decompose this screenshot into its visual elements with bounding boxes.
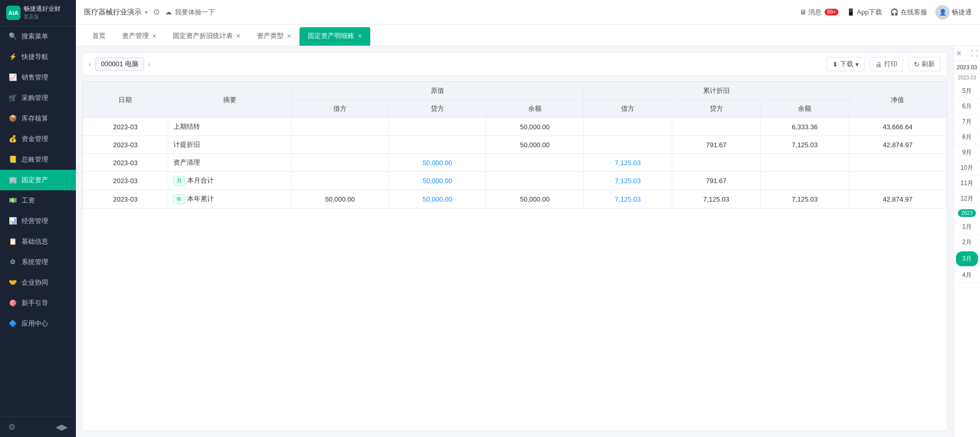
data-table-wrap: 日期 摘要 原值 累计折旧 净值 借方 贷方 余额 借方 贷方 余额	[82, 81, 947, 431]
sidebar-item-inventory[interactable]: 📦 库存核算	[0, 108, 76, 129]
cell-orig-balance: 50,000.00	[486, 136, 584, 154]
main-content: 医疗器械行业演示 ▾ ⚙ ☁ 我要体验一下 🖥 消息 99+ 📱 App下载 🎧…	[76, 0, 980, 437]
sidebar-item-quick-nav[interactable]: ⚡ 快捷导航	[0, 47, 76, 67]
sidebar-item-salary[interactable]: 💵 工资	[0, 190, 76, 211]
cell-acc-credit: 7,125.03	[672, 190, 761, 209]
tab-close-assets[interactable]: ✕	[152, 33, 156, 39]
sidebar-item-fixed-assets[interactable]: 🏢 固定资产	[0, 170, 76, 190]
cooperation-icon: 🤝	[8, 278, 17, 287]
sidebar-item-ledger[interactable]: 📒 总账管理	[0, 149, 76, 170]
month-10月[interactable]: 10月	[954, 161, 980, 176]
panel-close-icon[interactable]: ✕	[956, 49, 962, 57]
tab-close-asset-detail[interactable]: ✕	[357, 33, 362, 39]
sidebar-item-operations[interactable]: 📊 经营管理	[0, 211, 76, 231]
month-8月[interactable]: 8月	[954, 130, 980, 145]
cell-orig-credit	[389, 118, 486, 136]
sidebar-logo: AtA 畅捷通好业财 普及版	[0, 0, 76, 26]
print-icon: 🖨	[875, 61, 882, 68]
refresh-icon: ↻	[914, 61, 919, 68]
sidebar-label-salary: 工资	[22, 196, 35, 205]
messages-icon: 🖥	[799, 8, 806, 16]
tab-label-asset-detail: 固定资产明细账	[308, 31, 354, 41]
nav-prev-icon[interactable]: ‹	[89, 60, 91, 68]
topbar-right: 🖥 消息 99+ 📱 App下载 🎧 在线客服 👤 畅捷通	[799, 5, 972, 19]
messages-btn[interactable]: 🖥 消息 99+	[799, 8, 838, 17]
sidebar-label-quick-nav: 快捷导航	[22, 52, 48, 62]
sidebar-item-cooperation[interactable]: 🤝 企业协同	[0, 272, 76, 293]
cell-orig-balance	[486, 154, 584, 172]
tab-label-assets: 资产管理	[122, 31, 149, 41]
col-summary: 摘要	[168, 82, 291, 118]
cell-orig-credit: 50,000.00	[389, 172, 486, 190]
app-name: 畅捷通好业财	[24, 5, 61, 13]
salary-icon: 💵	[8, 196, 17, 205]
month-9月[interactable]: 9月	[954, 145, 980, 161]
month-6月[interactable]: 6月	[954, 99, 980, 114]
refresh-btn[interactable]: ↻ 刷新	[908, 57, 941, 71]
avatar: 👤	[935, 5, 950, 19]
topbar-gear-icon[interactable]: ⚙	[153, 7, 160, 17]
sidebar-item-guide[interactable]: 🎯 新手引导	[0, 293, 76, 313]
sidebar-label-funds: 资金管理	[22, 134, 48, 144]
tab-close-asset-type[interactable]: ✕	[287, 33, 291, 39]
quick-nav-icon: ⚡	[8, 52, 17, 62]
nav-next-icon[interactable]: ›	[148, 60, 151, 68]
cell-net-value: 42,874.97	[849, 136, 946, 154]
sidebar-label-system: 系统管理	[22, 257, 48, 267]
app-download-icon: 📱	[847, 8, 855, 16]
cell-net-value	[849, 154, 946, 172]
app-edition: 普及版	[24, 13, 61, 21]
customer-service-btn[interactable]: 🎧 在线客服	[890, 8, 927, 17]
sidebar-item-sales[interactable]: 📈 销售管理	[0, 67, 76, 88]
user-profile-btn[interactable]: 👤 畅捷通	[935, 5, 972, 19]
cell-acc-balance: 7,125.03	[761, 136, 849, 154]
cell-orig-balance	[486, 172, 584, 190]
collapse-icon[interactable]: ◀▶	[55, 422, 68, 432]
cell-summary: 上期结转	[168, 118, 291, 136]
col-acc-dep: 累计折旧	[584, 82, 849, 100]
month-3月[interactable]: 3月	[956, 251, 978, 267]
sidebar-item-funds[interactable]: 💰 资金管理	[0, 129, 76, 149]
cell-orig-balance: 50,000.00	[486, 118, 584, 136]
tab-asset-detail[interactable]: 固定资产明细账✕	[299, 27, 370, 46]
panel-expand-icon[interactable]: ⛶	[971, 49, 978, 57]
cell-acc-balance	[761, 172, 849, 190]
sidebar-item-purchase[interactable]: 🛒 采购管理	[0, 88, 76, 108]
tab-close-depreciation-table[interactable]: ✕	[236, 33, 241, 39]
tab-asset-type[interactable]: 资产类型✕	[249, 27, 299, 46]
tab-home[interactable]: 首页	[84, 27, 114, 46]
right-date-panel: ✕ ⛶ 2023.03 2023.03 5月6月7月8月9月10月11月12月2…	[953, 46, 980, 437]
cell-acc-debit: 7,125.03	[584, 190, 672, 209]
month-1月[interactable]: 1月	[954, 220, 980, 235]
month-2月[interactable]: 2月	[954, 235, 980, 250]
experience-icon: ☁	[165, 8, 172, 16]
tab-label-depreciation-table: 固定资产折旧统计表	[173, 31, 233, 41]
print-btn[interactable]: 🖨 打印	[870, 57, 903, 71]
month-5月[interactable]: 5月	[954, 84, 980, 99]
tab-assets[interactable]: 资产管理✕	[114, 27, 165, 46]
sidebar-label-fixed-assets: 固定资产	[22, 175, 48, 185]
company-name: 医疗器械行业演示	[84, 8, 142, 17]
download-btn[interactable]: ⬇ 下载 ▾	[827, 57, 865, 71]
month-7月[interactable]: 7月	[954, 114, 980, 130]
month-11月[interactable]: 11月	[954, 176, 980, 191]
company-dropdown-icon[interactable]: ▾	[145, 9, 148, 16]
cell-orig-credit	[389, 136, 486, 154]
sidebar-item-basic-info[interactable]: 📋 基础信息	[0, 231, 76, 252]
tab-depreciation-table[interactable]: 固定资产折旧统计表✕	[165, 27, 249, 46]
sidebar-item-system[interactable]: ⚙ 系统管理	[0, 252, 76, 272]
experience-btn[interactable]: ☁ 我要体验一下	[165, 8, 215, 17]
app-download-btn[interactable]: 📱 App下载	[847, 8, 882, 17]
cell-net-value	[849, 172, 946, 190]
download-icon: ⬇	[832, 61, 838, 68]
month-4月[interactable]: 4月	[954, 268, 980, 283]
table-row: 2023-03 计提折旧 50,000.00 791.67 7,125.03 4…	[83, 136, 947, 154]
download-label: 下载	[840, 59, 853, 69]
sidebar-item-app-center[interactable]: 🔷 应用中心	[0, 313, 76, 334]
month-12月[interactable]: 12月	[954, 191, 980, 207]
cell-summary: 计提折旧	[168, 136, 291, 154]
settings-icon[interactable]: ⚙	[8, 422, 15, 432]
cell-orig-debit	[291, 154, 389, 172]
sidebar-item-search[interactable]: 🔍 搜索菜单	[0, 26, 76, 47]
year-badge[interactable]: 2023	[954, 207, 980, 220]
